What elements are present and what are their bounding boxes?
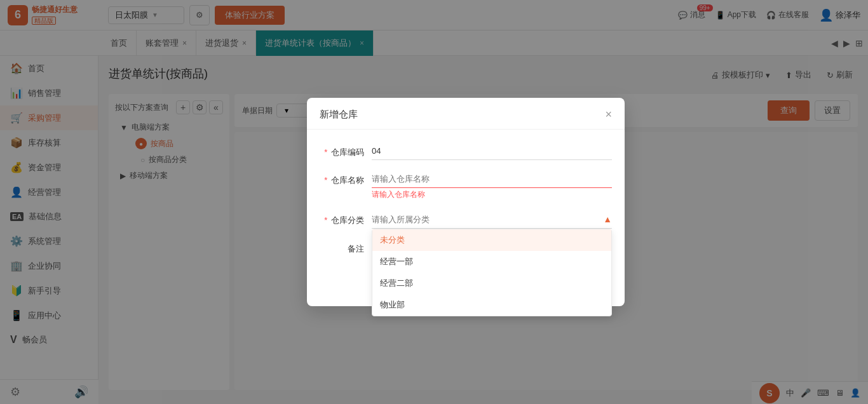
- code-required: *: [324, 147, 327, 157]
- dialog-title: 新增仓库: [320, 109, 358, 121]
- code-field-row: * 仓库编码: [320, 142, 612, 160]
- category-dropdown: 未分类 经营一部 经营二部 物业部: [372, 229, 612, 316]
- dialog-body: * 仓库编码 * 仓库名称 请输入仓库名称 * 仓库分类: [307, 130, 625, 257]
- category-label: * 仓库分类: [320, 210, 364, 226]
- dialog-close-button[interactable]: ×: [605, 108, 612, 121]
- name-input[interactable]: [372, 170, 612, 188]
- category-control: ▲ 未分类 经营一部 经营二部 物业部: [372, 210, 612, 229]
- dropdown-item-dept2[interactable]: 经营二部: [372, 273, 611, 294]
- code-label: * 仓库编码: [320, 142, 364, 158]
- name-field-row: * 仓库名称 请输入仓库名称: [320, 170, 612, 200]
- code-input[interactable]: [372, 142, 612, 160]
- category-arrow-icon[interactable]: ▲: [603, 214, 612, 224]
- name-control: 请输入仓库名称: [372, 170, 612, 200]
- name-required: *: [324, 175, 327, 185]
- category-field-row: * 仓库分类 ▲ 未分类 经营一部 经营二部 物业部: [320, 210, 612, 229]
- dropdown-item-dept1[interactable]: 经营一部: [372, 251, 611, 273]
- dropdown-item-uncategorized[interactable]: 未分类: [372, 229, 611, 251]
- category-required: *: [324, 215, 327, 225]
- note-label: 备注: [320, 239, 364, 255]
- dialog-header: 新增仓库 ×: [307, 98, 625, 130]
- code-control: [372, 142, 612, 160]
- category-input-row: ▲: [372, 210, 612, 229]
- name-error-msg: 请输入仓库名称: [372, 189, 612, 200]
- dropdown-item-dept3[interactable]: 物业部: [372, 294, 611, 316]
- add-warehouse-dialog: 新增仓库 × * 仓库编码 * 仓库名称 请输入仓库名称: [307, 98, 625, 306]
- name-label: * 仓库名称: [320, 170, 364, 186]
- category-input[interactable]: [372, 215, 603, 224]
